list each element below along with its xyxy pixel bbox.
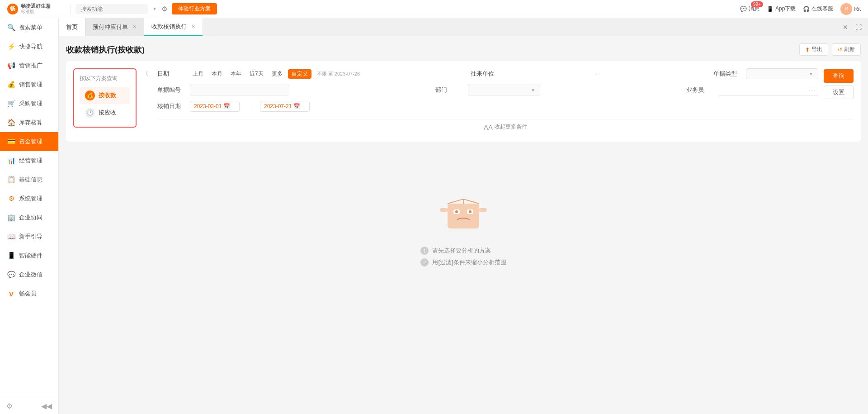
- search-dropdown-icon[interactable]: ▼: [152, 6, 157, 11]
- date-custom-btn[interactable]: 自定义: [288, 69, 311, 79]
- query-button[interactable]: 查询: [824, 69, 854, 83]
- member-icon: V: [7, 290, 15, 298]
- divider: [71, 5, 71, 14]
- counterpart-input[interactable]: ···: [503, 68, 603, 79]
- sidebar-item-enterprise[interactable]: 🏢 企业协同: [0, 208, 58, 227]
- maximize-tab-button[interactable]: ⛶: [854, 22, 863, 33]
- filter-panel: 按以下方案查询 💰 按收款 🕐 按应收 《: [66, 61, 861, 142]
- sidebar-item-management[interactable]: 📊 经营管理: [0, 151, 58, 170]
- refresh-label: 刷新: [844, 46, 855, 53]
- sidebar-item-marketing[interactable]: 📢 营销推广: [0, 56, 58, 75]
- tip-num-2: 2: [420, 258, 429, 266]
- salesperson-label: 业务员: [686, 86, 713, 94]
- sidebar-item-search[interactable]: 🔍 搜索菜单: [0, 18, 58, 37]
- sidebar-item-guide[interactable]: 📖 新手引导: [0, 227, 58, 246]
- svg-point-6: [469, 210, 472, 213]
- sidebar-item-system[interactable]: ⚙ 系统管理: [0, 189, 58, 208]
- sidebar-item-label: 搜索菜单: [19, 24, 42, 32]
- sidebar-item-label: 采购管理: [19, 100, 42, 108]
- service-button[interactable]: 🎧 在线客服: [803, 5, 833, 13]
- sidebar-item-inventory[interactable]: 🏠 库存核算: [0, 113, 58, 132]
- date-options: 上月 本月 本年 近7天 更多 自定义: [190, 69, 311, 79]
- tab-receipt-label: 收款核销执行: [151, 23, 187, 31]
- export-button[interactable]: ⬆ 导出: [799, 43, 828, 56]
- avatar: R: [840, 3, 852, 15]
- doc-no-input[interactable]: [190, 85, 289, 95]
- sidebar-item-sales[interactable]: 💰 销售管理: [0, 75, 58, 94]
- tab-prepay-close[interactable]: ✕: [132, 24, 137, 30]
- filter-option-by-receivable[interactable]: 🕐 按应收: [80, 104, 130, 121]
- by-receipt-label: 按收款: [99, 91, 116, 100]
- collapse-sidebar-icon[interactable]: ◀◀: [41, 402, 52, 410]
- tab-home[interactable]: 首页: [59, 18, 85, 36]
- sidebar-item-basic[interactable]: 📋 基础信息: [0, 170, 58, 189]
- svg-rect-4: [479, 208, 487, 212]
- calendar-end-icon: 📅: [293, 103, 300, 109]
- collapse-more-conditions[interactable]: ⋀⋀ 收起更多条件: [157, 119, 854, 134]
- sidebar-item-member[interactable]: V 畅会员: [0, 284, 58, 303]
- date-7days-btn[interactable]: 近7天: [247, 69, 266, 79]
- global-search-input[interactable]: [75, 4, 148, 14]
- doc-type-select[interactable]: ▼: [746, 68, 818, 79]
- gear-icon[interactable]: ⚙: [161, 5, 167, 13]
- solution-button[interactable]: 体验行业方案: [172, 3, 217, 14]
- refresh-icon: ↺: [838, 47, 842, 53]
- sidebar-item-finance[interactable]: 💳 资金管理: [0, 132, 58, 151]
- verify-date-start-input[interactable]: 2023-03-01 📅: [190, 101, 240, 112]
- salesperson-input[interactable]: ···: [719, 85, 818, 95]
- doc-no-label: 单据编号: [157, 86, 184, 94]
- settings-button[interactable]: 设置: [824, 86, 854, 99]
- close-tab-button[interactable]: ✕: [841, 22, 850, 33]
- settings-bottom-icon[interactable]: ⚙: [6, 402, 13, 410]
- date-range-text: 不限 至 2023-07-26: [317, 71, 360, 77]
- filter-collapse-left-icon[interactable]: 《: [139, 68, 152, 80]
- verify-date-end-input[interactable]: 2023-07-21 📅: [260, 101, 310, 112]
- doc-type-value: [751, 71, 807, 77]
- calendar-start-icon: 📅: [223, 103, 230, 109]
- date-this-year-btn[interactable]: 本年: [228, 69, 244, 79]
- user-profile[interactable]: R Rit: [840, 3, 861, 15]
- finance-icon: 💳: [7, 138, 15, 146]
- quick-icon: ⚡: [7, 43, 15, 51]
- date-more-btn[interactable]: 更多: [269, 69, 285, 79]
- tip-text-1: 请先选择要分析的方案: [432, 247, 491, 255]
- headset-icon: 🎧: [803, 6, 810, 12]
- svg-point-5: [455, 210, 458, 213]
- filter-row-3: 核销日期 2023-03-01 📅 — 2023-07-21 📅: [157, 101, 818, 112]
- sidebar-item-wechat[interactable]: 💬 企业微信: [0, 265, 58, 284]
- salesperson-dots[interactable]: ···: [809, 86, 816, 93]
- date-separator: —: [245, 103, 255, 110]
- sidebar-item-label: 库存核算: [19, 119, 42, 127]
- tab-bar: 首页 预付冲应付单 ✕ 收款核销执行 ✕ ✕ ⛶: [59, 18, 868, 36]
- tab-receipt-close[interactable]: ✕: [191, 24, 195, 29]
- verify-date-start-value: 2023-03-01: [194, 103, 222, 109]
- counterpart-dots[interactable]: ···: [593, 70, 601, 77]
- filter-option-by-receipt[interactable]: 💰 按收款: [80, 87, 130, 104]
- refresh-button[interactable]: ↺ 刷新: [832, 43, 861, 56]
- tip-text-2: 用[过滤]条件来缩小分析范围: [432, 258, 506, 266]
- guide-icon: 📖: [7, 233, 15, 241]
- logo-area: 畅 畅捷通好生意 标准版: [7, 3, 66, 14]
- tab-receipt[interactable]: 收款核销执行 ✕: [144, 18, 203, 36]
- verify-date-end-value: 2023-07-21: [264, 103, 292, 109]
- top-bar: 畅 畅捷通好生意 标准版 ▼ ⚙ 体验行业方案 💬 消息 99+ 📱 App下载…: [0, 0, 868, 18]
- sidebar-item-label: 资金管理: [19, 138, 42, 146]
- tab-prepay[interactable]: 预付冲应付单 ✕: [85, 18, 144, 36]
- sidebar-item-label: 基础信息: [19, 176, 42, 184]
- sidebar-item-label: 新手引导: [19, 233, 42, 241]
- svg-rect-3: [440, 208, 448, 212]
- sidebar-item-purchase[interactable]: 🛒 采购管理: [0, 94, 58, 113]
- sidebar-item-label: 营销推广: [19, 62, 42, 70]
- dept-select[interactable]: ▼: [468, 85, 540, 95]
- brand-name: 畅捷通好生意: [21, 3, 51, 9]
- message-button[interactable]: 💬 消息 99+: [740, 5, 760, 13]
- app-download-button[interactable]: 📱 App下载: [767, 5, 796, 13]
- management-icon: 📊: [7, 157, 15, 165]
- sidebar-item-label: 经营管理: [19, 157, 42, 165]
- date-last-month-btn[interactable]: 上月: [190, 69, 206, 79]
- sidebar-item-hardware[interactable]: 📱 智能硬件: [0, 246, 58, 265]
- date-this-month-btn[interactable]: 本月: [209, 69, 225, 79]
- doc-type-arrow-icon: ▼: [809, 71, 813, 76]
- empty-tip-1: 1 请先选择要分析的方案: [420, 247, 506, 255]
- sidebar-item-quick[interactable]: ⚡ 快捷导航: [0, 37, 58, 56]
